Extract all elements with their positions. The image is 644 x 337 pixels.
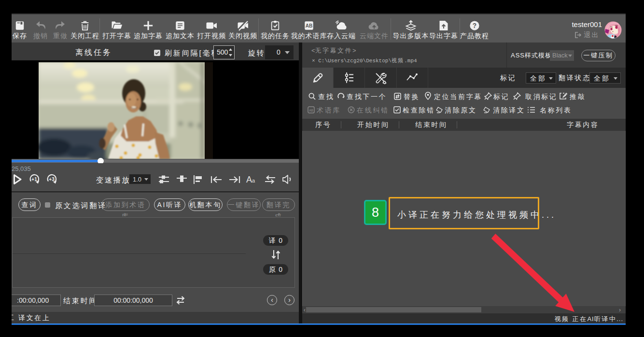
svg-text:a: a (252, 178, 255, 183)
svg-text:AB: AB (306, 23, 313, 28)
svg-text:?: ? (473, 22, 476, 29)
svg-text:AB: AB (309, 109, 313, 112)
svg-text:+1: +1 (31, 177, 37, 182)
svg-text:A: A (246, 175, 252, 184)
svg-text:+3: +3 (49, 177, 55, 182)
